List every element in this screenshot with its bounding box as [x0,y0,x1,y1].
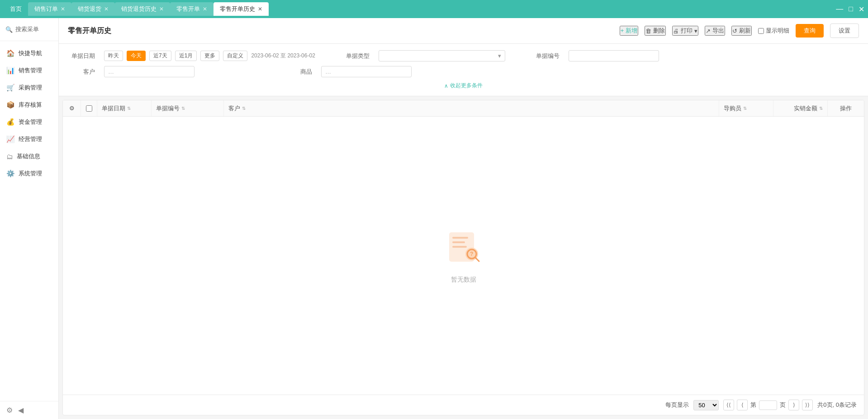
tab-sales-return[interactable]: 销货退货 ✕ [71,2,115,16]
table-section: ⚙ 单据日期 ⇅ 单据编号 ⇅ 客户 ⇅ 导购员 [62,100,864,415]
sidebar-item-purchase-mgmt[interactable]: 🛒 采购管理 [0,79,58,96]
tab-sales-order[interactable]: 销售订单 ✕ [28,2,71,16]
page-input[interactable]: 1 [759,400,777,410]
sidebar-footer: ⚙ ◀ [0,401,58,419]
sys-icon: ⚙️ [6,169,15,178]
setting-button[interactable]: 设置 [830,24,859,38]
print-button[interactable]: 🖨 打印 ▾ [672,26,698,36]
goods-select[interactable]: … [321,66,412,77]
display-detail-toggle[interactable]: 显示明细 [758,27,789,35]
filter-row-1: 单据日期 昨天 今天 近7天 近1月 更多 自定义 2023-06-02 至 2… [68,50,859,61]
type-dropdown[interactable]: ▾ [379,50,505,61]
sidebar-item-inventory-label: 库存核算 [19,101,42,109]
sidebar-item-quick-nav[interactable]: 🏠 快捷导航 [0,45,58,62]
tab-sales-return-history-label: 销货退货历史 [121,5,157,13]
th-settings[interactable]: ⚙ [63,100,81,116]
total-text: 共0页, 0条记录 [817,401,857,409]
empty-text: 暂无数据 [451,276,476,284]
more-btn[interactable]: 更多 [200,51,219,61]
sidebar-item-sales-mgmt[interactable]: 📊 销售管理 [0,62,58,79]
main-layout: 🔍 搜索采单 🏠 快捷导航 📊 销售管理 🛒 采购管理 📦 库存核算 [0,18,868,419]
sidebar-item-finance-label: 资金管理 [19,118,42,126]
display-detail-checkbox[interactable] [758,28,764,34]
th-action: 操作 [828,100,864,116]
th-customer[interactable]: 客户 ⇅ [224,100,719,116]
pagination: 每页显示 50 10 20 100 ⟨⟨ ⟨ 第 1 页 ⟩ ⟩⟩ 共0页, 0… [63,395,864,415]
query-button[interactable]: 查询 [796,24,824,38]
tab-retail-history-label: 零售开单历史 [220,5,255,13]
table-header: ⚙ 单据日期 ⇅ 单据编号 ⇅ 客户 ⇅ 导购员 [63,100,864,117]
settings-col-icon: ⚙ [69,105,75,112]
refresh-button[interactable]: ↺ 刷新 [731,26,752,36]
tab-home[interactable]: 首页 [4,2,28,16]
close-window-icon[interactable]: ✕ [859,5,864,14]
customer-sort-icon: ⇅ [242,106,246,111]
print-label: 打印 [681,27,693,35]
search-icon: 🔍 [5,26,13,33]
tab-retail-open[interactable]: 零售开单 ✕ [170,2,213,16]
last7-btn[interactable]: 近7天 [149,51,171,61]
print-chevron-icon: ▾ [694,28,697,34]
sidebar-item-inventory[interactable]: 📦 库存核算 [0,96,58,113]
export-button[interactable]: ↗ 导出 [705,26,725,36]
sidebar-nav: 🏠 快捷导航 📊 销售管理 🛒 采购管理 📦 库存核算 💰 资金管理 📈 [0,41,58,401]
close-retail-history-icon[interactable]: ✕ [258,6,262,12]
page-size-select[interactable]: 50 10 20 100 [693,400,719,410]
th-date[interactable]: 单据日期 ⇅ [97,100,152,116]
th-checkbox[interactable] [81,100,97,116]
next-page-btn[interactable]: ⟩ [788,400,799,410]
first-page-btn[interactable]: ⟨⟨ [723,400,734,410]
sidebar-item-ops-mgmt[interactable]: 📈 经营管理 [0,131,58,148]
today-btn[interactable]: 今天 [127,51,146,61]
tab-sales-return-history[interactable]: 销货退货历史 ✕ [115,2,170,16]
date-sort-icon: ⇅ [127,106,131,111]
th-action-label: 操作 [840,104,852,113]
goods-label: 商品 [285,68,312,76]
close-sales-order-icon[interactable]: ✕ [61,6,65,12]
filter-date-group: 昨天 今天 近7天 近1月 更多 自定义 2023-06-02 至 2023-0… [104,51,315,61]
th-amount-label: 实销金额 [794,104,817,113]
settings-footer-icon[interactable]: ⚙ [6,406,13,414]
th-date-label: 单据日期 [102,104,125,113]
maximize-icon[interactable]: □ [849,5,853,14]
customer-select[interactable]: … [104,66,194,77]
page-header: 零售开单历史 + 新增 🗑 删除 🖨 打印 ▾ ↗ 导出 ↺ [59,18,868,44]
refresh-label: 刷新 [739,27,751,35]
tab-retail-history[interactable]: 零售开单历史 ✕ [213,2,269,16]
sidebar: 🔍 搜索采单 🏠 快捷导航 📊 销售管理 🛒 采购管理 📦 库存核算 [0,18,59,419]
close-sales-return-icon[interactable]: ✕ [104,6,109,12]
th-guide[interactable]: 导购员 ⇅ [719,100,773,116]
sidebar-search[interactable]: 🔍 搜索采单 [0,23,58,36]
delete-button[interactable]: 🗑 删除 [645,26,666,36]
yesterday-btn[interactable]: 昨天 [104,51,123,61]
filter-row-2: 客户 … 商品 … [68,66,859,77]
date-range-text: 2023-06-02 至 2023-06-02 [251,52,315,60]
custom-btn[interactable]: 自定义 [223,51,247,61]
collapse-filter-btn[interactable]: ∧ 收起更多条件 [68,82,859,89]
add-button[interactable]: + 新增 [620,26,638,36]
select-all-checkbox[interactable] [86,105,92,112]
minimize-icon[interactable]: — [836,5,843,14]
collapse-sidebar-icon[interactable]: ◀ [18,406,24,414]
last-page-btn[interactable]: ⟩⟩ [802,400,813,410]
sidebar-item-base-info-label: 基础信息 [17,152,40,160]
sidebar-item-base-info[interactable]: 🗂 基础信息 [0,148,58,165]
date-label: 单据日期 [68,52,95,60]
close-sales-return-history-icon[interactable]: ✕ [159,6,164,12]
prev-page-btn[interactable]: ⟨ [737,400,748,410]
display-detail-label: 显示明细 [766,27,789,35]
page-label: 第 [750,401,756,409]
sidebar-item-sys-mgmt[interactable]: ⚙️ 系统管理 [0,165,58,182]
collapse-filter-label: 收起更多条件 [450,82,483,89]
export-icon: ↗ [706,28,711,34]
order-no-input[interactable] [569,50,659,61]
th-customer-label: 客户 [228,104,240,113]
sales-icon: 📊 [6,66,15,75]
close-retail-open-icon[interactable]: ✕ [203,6,207,12]
page-title: 零售开单历史 [68,26,111,36]
th-amount[interactable]: 实销金额 ⇅ [773,100,828,116]
last-month-btn[interactable]: 近1月 [175,51,197,61]
sidebar-item-finance[interactable]: 💰 资金管理 [0,113,58,131]
sidebar-item-sales-mgmt-label: 销售管理 [19,66,42,75]
th-order-no[interactable]: 单据编号 ⇅ [152,100,224,116]
